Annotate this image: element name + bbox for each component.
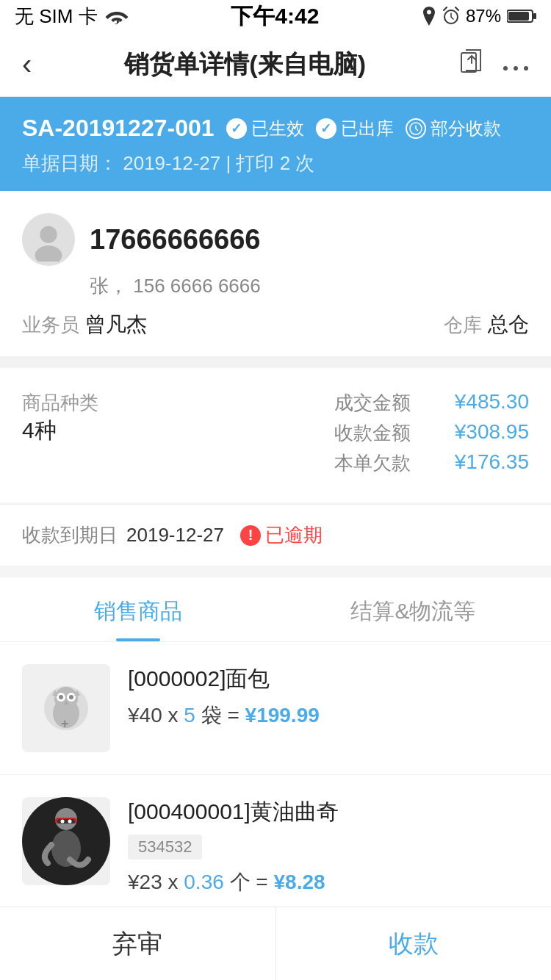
cookie-logo-icon <box>22 797 110 885</box>
overdue-icon: ! <box>240 525 261 546</box>
svg-point-17 <box>59 695 63 699</box>
customer-avatar <box>22 213 75 266</box>
product-price-cookies: ¥23 x 0.36 个 = ¥8.28 <box>128 868 529 896</box>
warehouse-item: 仓库 总仓 <box>444 311 529 339</box>
summary-section: 商品种类 4种 成交金额 ¥485.30 收款金额 ¥308.95 本单欠款 ¥… <box>0 368 551 502</box>
product-name-bread: [0000002]面包 <box>128 664 529 694</box>
battery-label: 87% <box>466 6 501 26</box>
svg-point-28 <box>61 820 65 824</box>
svg-point-10 <box>40 226 57 243</box>
status-time: 下午4:42 <box>231 1 319 32</box>
customer-meta: 业务员 曾凡杰 仓库 总仓 <box>22 311 529 339</box>
nav-bar: ‹ 销货单详情(来自电脑) <box>0 32 551 97</box>
nav-actions <box>458 48 529 81</box>
tab-sales-products[interactable]: 销售商品 <box>0 577 276 641</box>
back-button[interactable]: ‹ <box>22 48 32 81</box>
status-shipped: ✓ 已出库 <box>316 117 394 140</box>
status-left: 无 SIM 卡 <box>15 4 129 29</box>
svg-rect-27 <box>57 819 75 824</box>
salesperson-item: 业务员 曾凡杰 <box>22 311 147 339</box>
product-type: 商品种类 4种 <box>22 390 98 446</box>
wifi-icon <box>105 8 129 24</box>
product-info-cookies: [000400001]黄油曲奇 534532 ¥23 x 0.36 个 = ¥8… <box>128 797 529 896</box>
bottom-bar: 弃审 收款 <box>0 907 551 980</box>
svg-point-7 <box>524 66 528 71</box>
list-item: [000400001]黄油曲奇 534532 ¥23 x 0.36 个 = ¥8… <box>0 775 551 919</box>
status-bar: 无 SIM 卡 下午4:42 87% <box>0 0 551 32</box>
svg-point-5 <box>503 66 508 71</box>
avatar-icon <box>26 217 71 262</box>
more-icon[interactable] <box>503 51 529 78</box>
status-right: 87% <box>422 6 536 26</box>
order-id: SA-20191227-001 <box>22 115 215 142</box>
product-info-bread: [0000002]面包 ¥40 x 5 袋 = ¥199.99 <box>128 664 529 729</box>
product-image-bread: + <box>22 664 110 752</box>
divider-1 <box>0 356 551 368</box>
svg-text:+: + <box>61 716 69 731</box>
check-icon-shipped: ✓ <box>316 118 336 139</box>
share-icon[interactable] <box>458 48 485 81</box>
product-sku-badge: 534532 <box>128 835 202 860</box>
page-title: 销货单详情(来自电脑) <box>124 48 366 82</box>
customer-phone: 17666666666 <box>90 224 260 256</box>
owl-placeholder-icon: + <box>33 675 99 741</box>
svg-rect-2 <box>508 12 529 21</box>
svg-point-6 <box>514 66 518 71</box>
collect-button[interactable]: 收款 <box>276 907 552 981</box>
tabs-section: 销售商品 结算&物流等 <box>0 577 551 642</box>
product-list: + [0000002]面包 ¥40 x 5 袋 = ¥199.99 <box>0 642 551 919</box>
reject-button[interactable]: 弃审 <box>0 907 276 981</box>
status-partial: 部分收款 <box>406 117 501 140</box>
customer-name-phone: 张， 156 6666 6666 <box>90 273 529 299</box>
product-name-cookies: [000400001]黄油曲奇 <box>128 797 529 827</box>
overdue-text: 已逾期 <box>265 522 323 548</box>
overdue-badge: ! 已逾期 <box>233 521 330 550</box>
product-price-bread: ¥40 x 5 袋 = ¥199.99 <box>128 702 529 729</box>
blue-header: SA-20191227-001 ✓ 已生效 ✓ 已出库 部分收款 单据日期： 2… <box>0 97 551 191</box>
svg-point-29 <box>68 820 72 824</box>
customer-section: 17666666666 张， 156 6666 6666 业务员 曾凡杰 仓库 … <box>0 191 551 356</box>
alarm-icon <box>442 7 460 26</box>
clock-icon <box>406 118 426 139</box>
battery-icon <box>507 9 536 24</box>
tab-settlement[interactable]: 结算&物流等 <box>276 577 551 641</box>
order-date-row: 单据日期： 2019-12-27 | 打印 2 次 <box>22 151 529 176</box>
product-image-cookies <box>22 797 110 885</box>
list-item: + [0000002]面包 ¥40 x 5 袋 = ¥199.99 <box>0 642 551 775</box>
svg-rect-3 <box>533 13 536 19</box>
location-icon <box>422 7 436 26</box>
check-icon-effective: ✓ <box>226 118 247 139</box>
status-effective: ✓ 已生效 <box>226 117 304 140</box>
svg-point-18 <box>69 695 73 699</box>
amount-summary: 成交金额 ¥485.30 收款金额 ¥308.95 本单欠款 ¥176.35 <box>334 390 529 480</box>
carrier-label: 无 SIM 卡 <box>15 4 98 29</box>
svg-rect-4 <box>461 53 476 72</box>
due-section: 收款到期日 2019-12-27 ! 已逾期 <box>0 504 551 566</box>
